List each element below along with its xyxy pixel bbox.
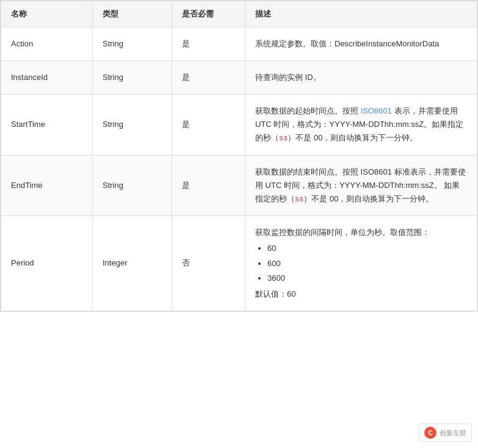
cell-description: 待查询的实例 ID。 [245, 61, 477, 95]
cell-type: String [93, 27, 172, 61]
table-header-row: 名称 类型 是否必需 描述 [1, 1, 477, 27]
cell-name: EndTime [1, 155, 93, 216]
cell-type: String [93, 155, 172, 216]
cell-type: String [93, 61, 172, 95]
header-type: 类型 [93, 1, 172, 27]
table-row: PeriodInteger否获取监控数据的间隔时间，单位为秒。取值范围：6060… [1, 216, 477, 311]
cell-name: StartTime [1, 95, 93, 156]
cell-required: 是 [172, 155, 245, 216]
header-desc: 描述 [245, 1, 477, 27]
cell-description: 获取数据的起始时间点。按照 ISO8601 表示，并需要使用 UTC 时间，格式… [245, 95, 477, 156]
header-name: 名称 [1, 1, 93, 27]
cell-type: Integer [93, 216, 172, 311]
description-link[interactable]: ISO8601 [361, 106, 392, 115]
cell-type: String [93, 95, 172, 156]
cell-name: InstanceId [1, 61, 93, 95]
table-row: StartTimeString是获取数据的起始时间点。按照 ISO8601 表示… [1, 95, 477, 156]
table-row: EndTimeString是获取数据的结束时间点。按照 ISO8601 标准表示… [1, 155, 477, 216]
cell-description: 获取监控数据的间隔时间，单位为秒。取值范围：606003600默认值：60 [245, 216, 477, 311]
api-params-table: 名称 类型 是否必需 描述 ActionString是系统规定参数。取值：Des… [0, 0, 478, 312]
table-row: ActionString是系统规定参数。取值：DescribeInstanceM… [1, 27, 477, 61]
cell-name: Action [1, 27, 93, 61]
cell-required: 是 [172, 27, 245, 61]
cell-name: Period [1, 216, 93, 311]
cell-required: 是 [172, 61, 245, 95]
cell-required: 否 [172, 216, 245, 311]
header-required: 是否必需 [172, 1, 245, 27]
table-row: InstanceIdString是待查询的实例 ID。 [1, 61, 477, 95]
cell-description: 系统规定参数。取值：DescribeInstanceMonitorData [245, 27, 477, 61]
cell-description: 获取数据的结束时间点。按照 ISO8601 标准表示，并需要使用 UTC 时间，… [245, 155, 477, 216]
cell-required: 是 [172, 95, 245, 156]
